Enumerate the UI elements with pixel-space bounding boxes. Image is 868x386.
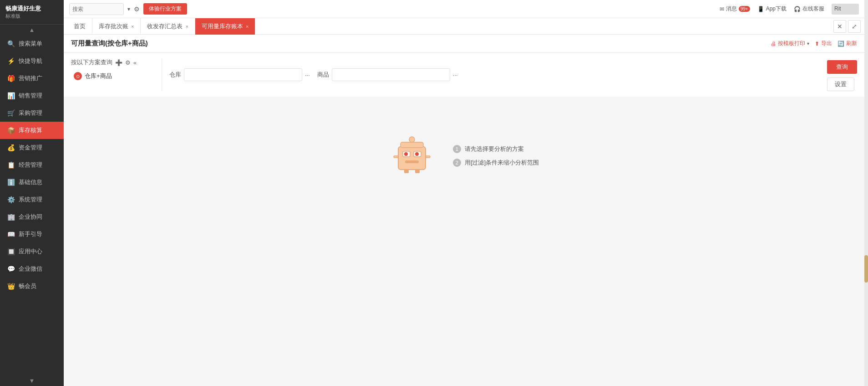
tab-home[interactable]: 首页 (67, 18, 92, 35)
empty-tips: 1 请先选择要分析的方案 2 用[过滤]条件来缩小分析范围 (453, 145, 539, 167)
sidebar-item-marketing[interactable]: 🎁 营销推广 (0, 70, 64, 87)
sidebar-item-label: 新手引导 (19, 230, 42, 238)
svg-rect-10 (401, 142, 423, 148)
tab-batch-account-close[interactable]: × (131, 24, 134, 29)
username-label: Rit (832, 4, 859, 14)
tab-receive-summary-label: 收发存汇总表 (147, 22, 183, 31)
user-avatar[interactable]: Rit (832, 4, 859, 15)
app-download-btn[interactable]: 📱 App下载 (757, 5, 787, 13)
filter-row-1: 仓库 ··· 商品 ··· 查询 设置 (169, 58, 857, 91)
tab-receive-summary[interactable]: 收发存汇总表 × (141, 18, 195, 35)
page-header-actions: 🖨 按模板打印 ▾ ⬆ 导出 🔄 刷新 (771, 40, 857, 47)
wechat-icon: 💬 (7, 265, 15, 273)
scheme-warehouse-product[interactable]: ⊙ 仓库+商品 (71, 70, 154, 82)
sidebar-item-enterprise[interactable]: 🏢 企业协同 (0, 208, 64, 226)
export-btn[interactable]: ⬆ 导出 (815, 40, 832, 47)
message-badge: 99+ (739, 6, 750, 12)
filter-scheme-header: 按以下方案查询 ➕ ⚙ « (71, 58, 154, 67)
brand-name: 畅康通好生意 (5, 5, 58, 13)
scheme-item-label: 仓库+商品 (85, 72, 112, 80)
product-more-btn[interactable]: ··· (453, 72, 458, 78)
export-icon: ⬆ (815, 41, 819, 47)
tabs-controls: ✕ ⤢ (833, 20, 861, 33)
sidebar-item-label: 库存核算 (19, 126, 42, 134)
sidebar-item-purchase[interactable]: 🛒 采购管理 (0, 104, 64, 122)
sidebar-item-label: 企业微信 (19, 265, 42, 273)
filter-buttons: 查询 设置 (827, 58, 857, 91)
svg-rect-6 (394, 156, 398, 158)
warehouse-more-btn[interactable]: ··· (305, 72, 310, 78)
query-btn[interactable]: 查询 (827, 60, 857, 74)
page-title: 可用量查询(按仓库+商品) (71, 39, 148, 48)
collapse-scheme-btn[interactable]: « (133, 59, 137, 66)
svg-rect-9 (415, 170, 420, 173)
sidebar-item-basic[interactable]: ℹ️ 基础信息 (0, 174, 64, 191)
product-input[interactable] (332, 68, 450, 81)
tab-available-ledger-close[interactable]: × (246, 24, 249, 29)
sidebar-item-wechat[interactable]: 💬 企业微信 (0, 260, 64, 278)
online-service-btn[interactable]: 🎧 在线客服 (794, 5, 824, 13)
sidebar-item-inventory[interactable]: 📦 库存核算 (0, 122, 64, 139)
warehouse-label: 仓库 (169, 71, 181, 79)
topbar-gear-icon[interactable]: ⚙ (134, 5, 140, 13)
svg-point-11 (409, 137, 415, 142)
tab-expand-btn[interactable]: ⤢ (848, 20, 861, 33)
tabs-bar: 首页 库存批次账 × 收发存汇总表 × 可用量库存账本 × ✕ ⤢ (64, 18, 864, 35)
warehouse-input[interactable] (184, 68, 302, 81)
sidebar-item-finance[interactable]: 💰 资金管理 (0, 139, 64, 156)
sidebar-item-label: 采购管理 (19, 109, 42, 117)
svg-point-4 (415, 152, 419, 156)
trial-btn[interactable]: 体验行业方案 (143, 3, 187, 15)
message-btn[interactable]: ✉ 消息 99+ (720, 5, 750, 13)
scroll-down-btn[interactable]: ▼ (0, 376, 64, 386)
settings-scheme-btn[interactable]: ⚙ (125, 59, 131, 66)
filter-settings-btn[interactable]: 设置 (827, 77, 854, 91)
topbar-right: ✉ 消息 99+ 📱 App下载 🎧 在线客服 Rit (720, 4, 859, 15)
tab-receive-summary-close[interactable]: × (185, 24, 188, 29)
sidebar-item-sales[interactable]: 📊 销售管理 (0, 87, 64, 104)
enterprise-icon: 🏢 (7, 213, 15, 221)
sidebar-item-quick-nav[interactable]: ⚡ 快捷导航 (0, 52, 64, 70)
sidebar-item-search[interactable]: 🔍 搜索菜单 (0, 35, 64, 52)
warehouse-field: 仓库 ··· (169, 68, 310, 81)
tab-available-ledger[interactable]: 可用量库存账本 × (195, 18, 255, 35)
sidebar-item-label: 基础信息 (19, 178, 42, 186)
refresh-btn[interactable]: 🔄 刷新 (838, 40, 857, 47)
sidebar-item-operation[interactable]: 📋 经营管理 (0, 156, 64, 174)
purchase-icon: 🛒 (7, 109, 15, 117)
vip-icon: 👑 (7, 283, 15, 290)
sidebar-logo: 畅康通好生意 标准版 (0, 0, 64, 25)
system-icon: ⚙️ (7, 196, 15, 203)
svg-point-3 (404, 152, 408, 156)
topbar-search-input[interactable] (69, 3, 124, 15)
sidebar-item-newbie[interactable]: 📖 新手引导 (0, 226, 64, 243)
sidebar-item-label: 搜索菜单 (19, 40, 42, 48)
add-scheme-btn[interactable]: ➕ (115, 59, 122, 66)
empty-tip-2: 2 用[过滤]条件来缩小分析范围 (453, 159, 539, 167)
scheme-icon: ⊙ (74, 72, 82, 80)
sidebar-nav: 🔍 搜索菜单 ⚡ 快捷导航 🎁 营销推广 📊 销售管理 🛒 采购管理 📦 库存核… (0, 35, 64, 376)
sidebar-item-label: 系统管理 (19, 196, 42, 204)
empty-state-content: 1 请先选择要分析的方案 2 用[过滤]条件来缩小分析范围 (389, 133, 539, 179)
sidebar-item-vip[interactable]: 👑 畅会员 (0, 278, 64, 295)
scroll-up-btn[interactable]: ▲ (0, 25, 64, 35)
sidebar-item-system[interactable]: ⚙️ 系统管理 (0, 191, 64, 208)
right-panel-handle[interactable] (864, 255, 868, 283)
product-field: 商品 ··· (317, 68, 458, 81)
tab-batch-account[interactable]: 库存批次账 × (92, 18, 141, 35)
tip-text-1: 请先选择要分析的方案 (465, 145, 524, 153)
tab-close-btn[interactable]: ✕ (833, 20, 846, 33)
print-btn[interactable]: 🖨 按模板打印 ▾ (771, 40, 809, 47)
print-label: 按模板打印 (778, 40, 805, 47)
message-label: 消息 (726, 5, 737, 13)
tip-text-2: 用[过滤]条件来缩小分析范围 (465, 159, 539, 167)
topbar-dropdown-btn[interactable]: ▾ (127, 6, 130, 12)
tab-batch-account-label: 库存批次账 (99, 22, 128, 31)
sidebar-item-label: 企业协同 (19, 213, 42, 221)
sidebar-item-app-center[interactable]: 🔲 应用中心 (0, 243, 64, 260)
filter-left: 按以下方案查询 ➕ ⚙ « ⊙ 仓库+商品 (71, 58, 162, 91)
tab-available-ledger-label: 可用量库存账本 (202, 22, 243, 31)
inventory-icon: 📦 (7, 127, 15, 134)
online-service-label: 在线客服 (802, 5, 824, 13)
sidebar-item-label: 营销推广 (19, 74, 42, 82)
